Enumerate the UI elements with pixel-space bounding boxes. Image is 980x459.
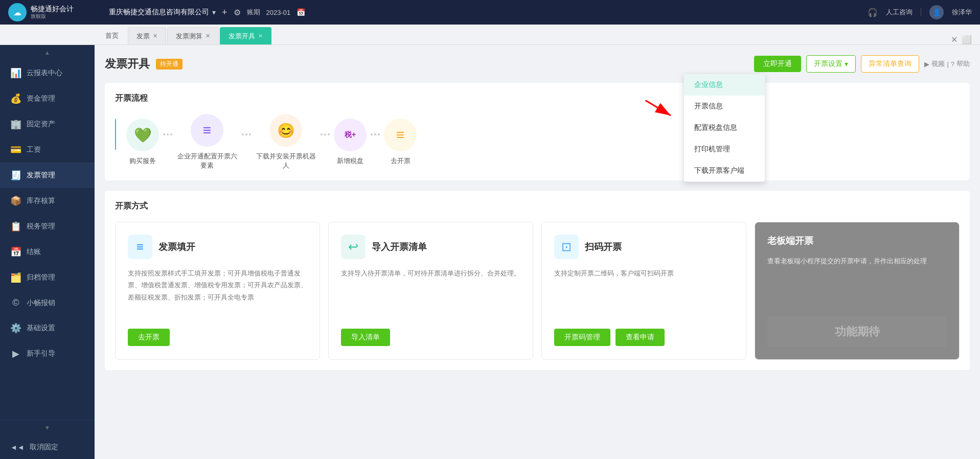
dropdown-item-download-client[interactable]: 下载开票客户端 (684, 160, 765, 181)
settings-icon: ⚙️ (10, 323, 21, 334)
archive-icon: 🗂️ (10, 272, 21, 283)
red-arrow-indicator (645, 100, 676, 123)
close-tab-invoice[interactable]: ✕ (153, 33, 157, 39)
sidebar-item-guide[interactable]: ▶ 新手引导 (0, 341, 95, 366)
invoice-icon: 🧾 (10, 170, 21, 181)
method-cards: ≡ 发票填开 支持按照发票样式手工填开发票；可开具增值税电子普通发票、增值税普通… (115, 222, 960, 360)
fill-invoice-go-button[interactable]: 去开票 (128, 329, 170, 346)
status-badge: 待开通 (156, 59, 183, 70)
sidebar-item-reports[interactable]: 📊 云报表中心 (0, 60, 95, 86)
settings-dropdown-button[interactable]: 开票设置 ▾ (806, 55, 856, 73)
watermark: 功能期待 (767, 316, 947, 347)
sidebar-bottom: ▼ ◄◄ 取消固定 (0, 420, 95, 459)
flow-step-1: 💚 购买服务 (126, 119, 159, 166)
dropdown-arrow-icon: ▾ (212, 8, 216, 16)
dropdown-item-printer[interactable]: 打印机管理 (684, 139, 765, 160)
tab-invoice-calc[interactable]: 发票测算 ✕ (167, 27, 219, 44)
sidebar-item-unpin[interactable]: ◄◄ 取消固定 (0, 435, 95, 459)
tab-home[interactable]: 首页 (97, 27, 127, 44)
flow-steps: 💚 购买服务 ≡ 企业开通配置开票六要素 (115, 114, 960, 170)
sidebar-item-funds[interactable]: 💰 资金管理 (0, 86, 95, 111)
sidebar-item-expense[interactable]: © 小畅报销 (0, 290, 95, 315)
fill-invoice-icon: ≡ (128, 235, 152, 259)
global-settings-button[interactable]: ⚙ (234, 8, 241, 17)
boss-invoice-desc: 查看老板端小程序提交的开票申请，并作出相应的处理 (767, 255, 947, 306)
help-label[interactable]: 帮助 (956, 59, 970, 68)
qr-manage-button[interactable]: 开票码管理 (554, 329, 610, 346)
flow-divider (115, 119, 116, 150)
user-name: 徐泽华 (952, 8, 972, 17)
view-apply-button[interactable]: 查看申请 (616, 329, 665, 346)
import-list-button[interactable]: 导入清单 (341, 329, 390, 346)
import-invoice-desc: 支持导入待开票清单，可对待开票清单进行拆分、合并处理。 (341, 267, 520, 318)
flow-dots-3 (316, 133, 334, 135)
company-selector[interactable]: 重庆畅捷交通信息咨询有限公司 ▾ (109, 8, 216, 17)
guide-icon: ▶ (10, 348, 21, 359)
flow-step-5-label: 去开票 (391, 156, 411, 166)
sidebar-item-settle[interactable]: 📅 结账 (0, 239, 95, 265)
top-bar: ☁ 畅捷通好会计 旗舰版 重庆畅捷交通信息咨询有限公司 ▾ + ⚙ 账期 202… (0, 0, 980, 25)
sidebar-item-tax[interactable]: 📋 税务管理 (0, 214, 95, 239)
activate-button[interactable]: 立即开通 (754, 56, 801, 72)
method-card-scan: ⊡ 扫码开票 支持定制开票二维码，客户端可扫码开票 开票码管理 查看申请 (541, 222, 746, 360)
fill-invoice-title: 发票填开 (158, 241, 195, 253)
scan-invoice-desc: 支持定制开票二维码，客户端可扫码开票 (554, 267, 734, 318)
tab-invoice[interactable]: 发票 ✕ (128, 27, 166, 44)
page-title: 发票开具 (105, 56, 150, 72)
flow-step-2-label: 企业开通配置开票六要素 (176, 152, 238, 170)
tab-invoice-open[interactable]: 发票开具 ✕ (220, 27, 271, 44)
add-tab-button[interactable]: + (222, 7, 227, 18)
page-header-actions: 立即开通 开票设置 ▾ 异常清单查询 ▶ 视频 | ? 帮助 (754, 55, 970, 73)
support-label[interactable]: 人工咨询 (886, 8, 913, 17)
close-tab-open[interactable]: ✕ (258, 33, 263, 39)
scan-invoice-title: 扫码开票 (585, 241, 622, 253)
window-controls: ✕ ⬜ (951, 35, 980, 44)
flow-step-3: 😊 下载并安装开票机器人 (255, 114, 316, 170)
main-layout: ▲ 📊 云报表中心 💰 资金管理 🏢 固定资产 💳 工资 🧾 发票管理 📦 库存… (0, 45, 980, 459)
calendar-icon[interactable]: 📅 (297, 8, 305, 16)
dropdown-item-invoice-info[interactable]: 开票信息 (684, 96, 765, 117)
top-actions: 🎧 人工咨询 👤 徐泽华 (868, 5, 972, 19)
logo-area: ☁ 畅捷通好会计 旗舰版 (8, 3, 103, 21)
close-tab-calc[interactable]: ✕ (206, 33, 210, 39)
divider (921, 8, 921, 16)
pin-icon: ◄◄ (10, 443, 25, 451)
fill-invoice-actions: 去开票 (128, 329, 307, 346)
flow-step-4-label: 新增税盘 (337, 156, 363, 166)
settings-button-label: 开票设置 (814, 59, 842, 68)
settle-icon: 📅 (10, 246, 21, 258)
dropdown-item-company-info[interactable]: 企业信息 (684, 74, 765, 96)
flow-section-title: 开票流程 (115, 93, 960, 104)
settings-dropdown-menu: 企业信息 开票信息 配置税盘信息 打印机管理 下载开票客户端 (683, 74, 765, 182)
fill-invoice-desc: 支持按照发票样式手工填开发票；可开具增值税电子普通发票、增值税普通发票、增值税专… (128, 267, 307, 318)
scan-invoice-actions: 开票码管理 查看申请 (554, 329, 734, 346)
headset-icon: 🎧 (868, 8, 878, 17)
sidebar-scroll-down[interactable]: ▼ (0, 420, 95, 435)
dropdown-item-tax-disk[interactable]: 配置税盘信息 (684, 117, 765, 139)
sidebar-item-archive[interactable]: 🗂️ 归档管理 (0, 265, 95, 290)
sidebar: ▲ 📊 云报表中心 💰 资金管理 🏢 固定资产 💳 工资 🧾 发票管理 📦 库存… (0, 45, 95, 459)
exception-list-button[interactable]: 异常清单查询 (861, 55, 919, 73)
maximize-window-icon[interactable]: ⬜ (962, 35, 972, 44)
flow-step-3-label: 下载并安装开票机器人 (255, 152, 316, 170)
svg-line-1 (645, 100, 671, 116)
sidebar-item-payroll[interactable]: 💳 工资 (0, 137, 95, 163)
method-card-boss: 老板端开票 查看老板端小程序提交的开票申请，并作出相应的处理 功能期待 (755, 222, 960, 360)
sidebar-item-invoice[interactable]: 🧾 发票管理 (0, 163, 95, 188)
video-label[interactable]: 视频 (931, 59, 945, 68)
import-invoice-actions: 导入清单 (341, 329, 520, 346)
app-title: 畅捷通好会计 (31, 5, 74, 13)
close-window-icon[interactable]: ✕ (951, 35, 958, 44)
content-area: 发票开具 待开通 立即开通 开票设置 ▾ 异常清单查询 ▶ 视频 | ? 帮助 (95, 45, 980, 459)
flow-step-4-icon: 税+ (334, 119, 367, 151)
flow-dots-4 (367, 133, 384, 135)
play-icon[interactable]: ▶ (924, 60, 929, 68)
sidebar-item-assets[interactable]: 🏢 固定资产 (0, 111, 95, 137)
logo-icon: ☁ (8, 3, 27, 21)
settings-dropdown-arrow-icon: ▾ (845, 60, 848, 68)
sidebar-scroll-up[interactable]: ▲ (0, 45, 95, 60)
flow-step-1-label: 购买服务 (129, 156, 156, 166)
sidebar-item-inventory[interactable]: 📦 库存核算 (0, 188, 95, 214)
method-card-fill: ≡ 发票填开 支持按照发票样式手工填开发票；可开具增值税电子普通发票、增值税普通… (115, 222, 320, 360)
sidebar-item-settings[interactable]: ⚙️ 基础设置 (0, 315, 95, 341)
